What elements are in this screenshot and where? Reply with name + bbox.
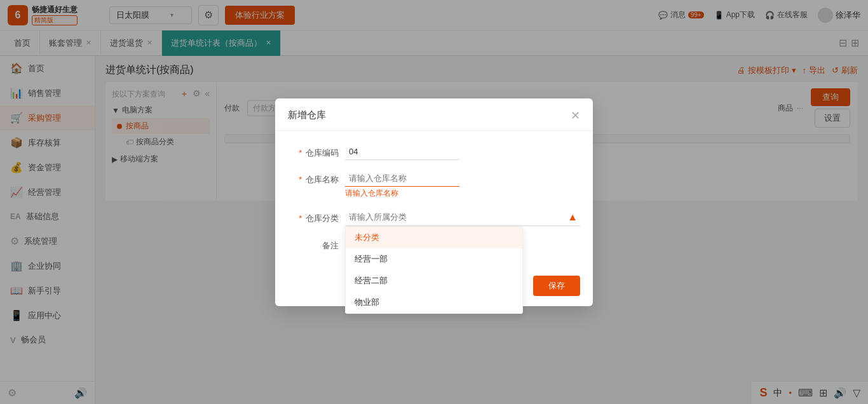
code-label: * 仓库编码: [288, 144, 345, 159]
name-field-wrap: 请输入仓库名称: [345, 170, 580, 199]
modal-save-button[interactable]: 保存: [533, 276, 580, 296]
category-toggle-icon[interactable]: ▲: [565, 209, 580, 226]
modal-body: * 仓库编码 * 仓库名称 请输入仓库名称: [275, 131, 593, 269]
form-row-category: * 仓库分类 ▲ 未分类 经营一部 经营二部 物业部: [288, 209, 580, 226]
category-field-wrap: ▲ 未分类 经营一部 经营二部 物业部: [345, 209, 580, 226]
dropdown-item-property[interactable]: 物业部: [346, 292, 522, 313]
modal-close-button[interactable]: ✕: [571, 109, 580, 123]
required-star-category: *: [299, 213, 302, 223]
new-warehouse-modal: 新增仓库 ✕ * 仓库编码 * 仓库名称: [275, 98, 593, 306]
name-input[interactable]: [345, 170, 459, 187]
note-label: 备注: [288, 236, 345, 252]
dropdown-item-operations-1[interactable]: 经营一部: [346, 248, 522, 270]
category-input-wrap: ▲: [345, 209, 580, 226]
modal-header: 新增仓库 ✕: [275, 98, 593, 131]
category-dropdown: 未分类 经营一部 经营二部 物业部: [345, 226, 523, 314]
form-row-code: * 仓库编码: [288, 144, 580, 160]
form-row-name: * 仓库名称 请输入仓库名称: [288, 170, 580, 199]
name-error-msg: 请输入仓库名称: [345, 188, 580, 199]
category-label: * 仓库分类: [288, 209, 345, 224]
required-star-code: *: [299, 148, 302, 158]
modal-title: 新增仓库: [288, 109, 326, 121]
dropdown-item-operations-2[interactable]: 经营二部: [346, 270, 522, 292]
code-input[interactable]: [345, 144, 459, 160]
name-label: * 仓库名称: [288, 170, 345, 185]
dropdown-item-unclassified[interactable]: 未分类: [346, 227, 522, 248]
category-input[interactable]: [345, 209, 565, 225]
modal-overlay: 新增仓库 ✕ * 仓库编码 * 仓库名称: [0, 0, 868, 404]
required-star-name: *: [299, 175, 302, 184]
code-field-wrap: [345, 144, 580, 160]
